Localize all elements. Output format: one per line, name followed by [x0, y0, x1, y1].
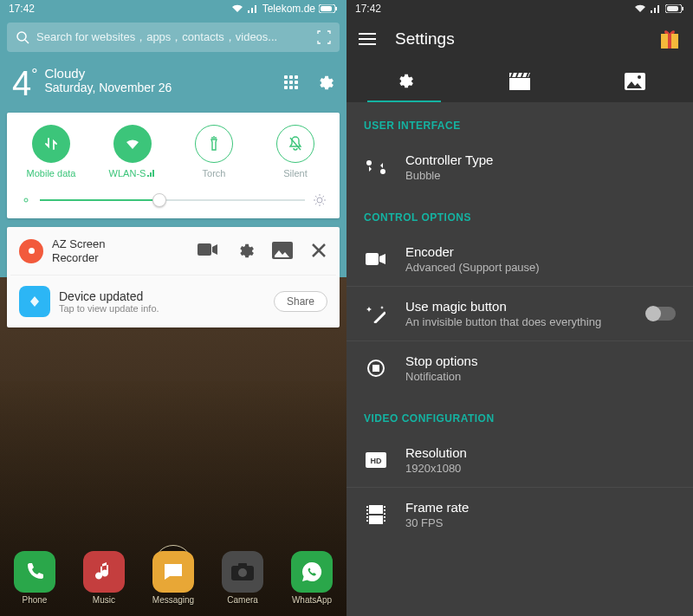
svg-rect-25: [668, 34, 671, 49]
tab-bar: [346, 61, 693, 102]
setting-magic-button[interactable]: Use magic buttonAn invisible button that…: [346, 286, 693, 340]
setting-sub: An invisible button that does everything: [405, 315, 629, 328]
az-recorder-app-icon: [19, 239, 43, 263]
setting-title: Controller Type: [405, 152, 676, 167]
toggle-wlan[interactable]: WLAN-S: [98, 125, 167, 178]
svg-rect-33: [373, 366, 379, 371]
svg-point-3: [17, 32, 26, 41]
battery-icon: [665, 4, 684, 13]
svg-rect-45: [384, 516, 385, 518]
dock-music[interactable]: Music: [83, 551, 125, 605]
signal-icon: [247, 4, 259, 13]
section-title-video: VIDEO CONFIGURATION: [346, 395, 693, 433]
setting-value: 30 FPS: [405, 516, 676, 529]
search-placeholder: Search for websites，apps，contacts，videos…: [36, 29, 310, 45]
search-bar[interactable]: Search for websites，apps，contacts，videos…: [7, 23, 340, 52]
scan-icon[interactable]: [317, 30, 331, 44]
messaging-icon: [163, 562, 184, 581]
toggle-label: Mobile data: [27, 168, 76, 178]
clapper-icon: [509, 73, 530, 90]
close-icon[interactable]: [310, 242, 327, 259]
hd-icon: HD: [366, 452, 386, 468]
stop-icon: [366, 359, 385, 378]
setting-resolution[interactable]: HD Resolution1920x1080: [346, 433, 693, 487]
gallery-icon[interactable]: [272, 242, 293, 259]
magic-wand-icon: [366, 304, 385, 323]
svg-text:HD: HD: [371, 457, 382, 465]
notification-device-updated[interactable]: Device updated Tap to view update info. …: [7, 276, 340, 327]
setting-framerate[interactable]: Frame rate30 FPS: [346, 487, 693, 541]
notification-az-recorder[interactable]: AZ ScreenRecorder: [7, 227, 340, 275]
home-screen-panel: 17:42 Telekom.de Search for websites，app…: [0, 0, 346, 616]
weather-condition: Cloudy: [44, 66, 172, 81]
mobile-data-icon: [43, 136, 59, 152]
svg-rect-43: [384, 509, 385, 511]
signal-icon: [650, 4, 662, 13]
dock-whatsapp[interactable]: WhatsApp: [291, 551, 333, 605]
switch-magic-button[interactable]: [646, 307, 676, 321]
svg-rect-8: [198, 243, 211, 256]
toggle-mobile-data[interactable]: Mobile data: [16, 125, 86, 178]
toggle-silent[interactable]: Silent: [261, 125, 330, 178]
svg-rect-39: [366, 513, 368, 515]
dock-camera[interactable]: Camera: [222, 551, 263, 605]
image-icon: [625, 73, 645, 90]
brightness-high-icon: [314, 194, 326, 206]
apps-grid-icon[interactable]: [284, 75, 300, 91]
svg-point-29: [380, 169, 385, 174]
status-bar: 17:42: [346, 0, 693, 17]
torch-icon: [207, 135, 221, 152]
app-bar: Settings: [346, 17, 693, 61]
dock-phone[interactable]: Phone: [14, 551, 55, 605]
setting-title: Stop options: [405, 353, 676, 368]
controller-icon: [366, 159, 386, 175]
setting-title: Use magic button: [405, 299, 629, 314]
share-button[interactable]: Share: [274, 291, 327, 312]
toggle-label: Silent: [283, 168, 308, 178]
degree-symbol: °: [31, 66, 37, 83]
gear-icon[interactable]: [236, 242, 255, 261]
signal-mini-icon: [147, 170, 156, 177]
setting-value: Advanced (Support pause): [405, 261, 676, 274]
svg-rect-16: [238, 563, 247, 567]
gear-icon[interactable]: [315, 74, 334, 93]
gift-icon[interactable]: [658, 28, 681, 50]
brightness-slider[interactable]: [7, 185, 340, 218]
svg-rect-41: [366, 520, 368, 522]
record-video-icon[interactable]: [198, 242, 218, 257]
wifi-icon: [231, 4, 243, 13]
battery-icon: [319, 4, 338, 13]
tab-settings[interactable]: [346, 61, 462, 102]
video-icon: [366, 252, 386, 266]
svg-rect-40: [366, 516, 368, 518]
svg-rect-46: [384, 520, 385, 522]
status-time: 17:42: [9, 3, 35, 15]
svg-rect-18: [667, 6, 678, 11]
hamburger-icon[interactable]: [359, 33, 376, 45]
tab-images[interactable]: [578, 61, 693, 102]
weather-row: 4° Cloudy Saturday, November 26: [0, 57, 346, 113]
setting-title: Frame rate: [405, 500, 676, 515]
svg-rect-38: [366, 509, 368, 511]
svg-rect-42: [384, 506, 385, 508]
toggle-torch[interactable]: Torch: [179, 125, 249, 178]
tab-videos[interactable]: [462, 61, 577, 102]
setting-encoder[interactable]: EncoderAdvanced (Support pause): [346, 232, 693, 286]
svg-rect-37: [366, 506, 368, 508]
phone-icon: [24, 561, 45, 582]
setting-value: 1920x1080: [405, 462, 676, 475]
svg-point-6: [24, 198, 28, 202]
setting-controller-type[interactable]: Controller TypeBubble: [346, 140, 693, 194]
dock: Phone Music Messaging Camera WhatsApp: [0, 545, 346, 616]
wifi-toggle-icon: [124, 137, 141, 151]
wifi-icon: [634, 4, 646, 13]
svg-rect-30: [366, 253, 379, 265]
quick-settings-panel: Mobile data WLAN-S Torch Silent: [7, 113, 340, 218]
setting-stop-options[interactable]: Stop optionsNotification: [346, 340, 693, 395]
brightness-low-icon: [21, 195, 31, 205]
az-title-1: AZ Screen: [52, 237, 105, 251]
dock-messaging[interactable]: Messaging: [152, 551, 194, 605]
setting-title: Encoder: [405, 244, 676, 259]
svg-line-4: [25, 40, 29, 43]
svg-rect-19: [682, 7, 683, 10]
